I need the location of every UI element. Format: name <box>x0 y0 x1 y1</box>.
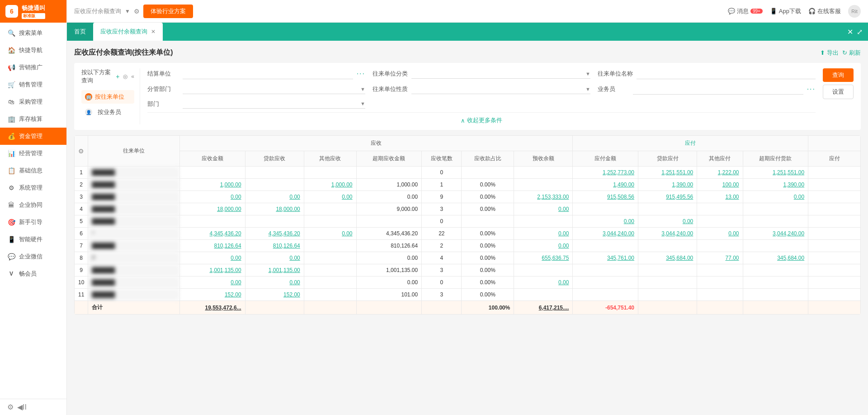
sidebar-item-purchase[interactable]: 🛍 采购管理 <box>0 93 66 110</box>
filter-header: 按以下方案查询 + ◎ « <box>81 68 134 85</box>
purchase-icon: 🛍 <box>7 98 15 106</box>
sidebar-menu: 🔍 搜索菜单 🏠 快捷导航 📢 营销推广 🛒 销售管理 🛍 采购管理 🏢 库存核… <box>0 23 66 399</box>
filter-field-dept-manage: 分管部门 ▼ <box>147 84 365 95</box>
table-row: 3 ██████ 0.00 0.00 0.00 0.00 9 0.00% 2,1… <box>75 191 861 203</box>
ar-loan-header: 贷款应收 <box>245 151 304 167</box>
sidebar-item-marketing[interactable]: 📢 营销推广 <box>0 59 66 76</box>
sidebar-item-operations[interactable]: 📊 经营管理 <box>0 145 66 162</box>
unit-category-arrow-icon: ▼ <box>585 71 590 76</box>
settlement-unit-dots-icon[interactable]: ··· <box>357 70 365 78</box>
settlement-unit-input[interactable] <box>183 68 353 79</box>
ap-extra-header <box>808 136 861 151</box>
filter-settings-button[interactable]: 设置 <box>823 85 854 99</box>
sidebar-item-finance[interactable]: 💰 资金管理 <box>0 128 66 145</box>
ar-ratio-header: 应收款占比 <box>462 151 514 167</box>
sidebar-collapse-button[interactable]: ◀II <box>17 403 27 411</box>
refresh-button[interactable]: ↻ 刷新 <box>842 49 861 57</box>
unit-name-input[interactable] <box>637 68 816 79</box>
dept-select[interactable]: ▼ <box>183 99 365 109</box>
table-row: 6 ^ 4,345,436.20 4,345,436.20 0.00 4,345… <box>75 228 861 240</box>
total-row: 合计 19,553,472,6... 100.00% 6,417,215....… <box>75 301 861 315</box>
table-row: 2 ██████ 1,000.00 1,000.00 1,000.00 1 0.… <box>75 179 861 191</box>
scheme-icon-staff: 👤 <box>85 109 92 116</box>
tab-close-window-icon[interactable]: ✕ <box>847 28 853 36</box>
table-row: 8 P 0.00 0.00 0.00 4 0.00% 655,636.75 34… <box>75 252 861 264</box>
chevron-up-icon: ∧ <box>461 117 465 124</box>
export-button[interactable]: ⬆ 导出 <box>820 49 839 57</box>
scheme-item-by-staff[interactable]: 👤 按业务员 <box>81 105 134 119</box>
smart-hw-icon: 📱 <box>7 235 15 243</box>
sidebar-item-wechat[interactable]: 💬 企业微信 <box>0 248 66 265</box>
operations-icon: 📊 <box>7 149 15 157</box>
inventory-icon: 🏢 <box>7 115 15 123</box>
header: 应收应付余额查询 ▼ ⚙ 体验行业方案 💬 消息 99+ 📱 App下载 🎧 在… <box>67 0 868 23</box>
message-button[interactable]: 💬 消息 99+ <box>728 7 763 15</box>
dept-manage-arrow-icon: ▼ <box>360 86 365 92</box>
sidebar-item-inventory[interactable]: 🏢 库存核算 <box>0 110 66 128</box>
filter-field-unit-nature: 往来单位性质 ▼ <box>373 84 590 95</box>
message-icon: 💬 <box>728 8 735 14</box>
ap-group-header: 应付 <box>573 136 808 151</box>
page-header: 应收应付余额查询(按往来单位) ⬆ 导出 ↻ 刷新 <box>74 48 861 57</box>
scheme-icon-unit: 🏢 <box>85 93 92 100</box>
tab-maximize-icon[interactable]: ⤢ <box>857 28 863 36</box>
finance-icon: 💰 <box>7 132 15 140</box>
unit-category-select[interactable]: ▼ <box>411 69 590 79</box>
filter-add-button[interactable]: + <box>116 73 119 80</box>
tab-bar: 首页 应收应付余额查询 ✕ ✕ ⤢ <box>67 23 868 41</box>
app-download-button[interactable]: 📱 App下载 <box>770 7 801 15</box>
ar-count-header: 应收笔数 <box>422 151 462 167</box>
query-button[interactable]: 查询 <box>823 68 854 82</box>
table-row: 4 ██████ 18,000.00 18,000.00 9,000.00 3 … <box>75 203 861 215</box>
ar-amount-header: 应收金额 <box>179 151 245 167</box>
tab-home[interactable]: 首页 <box>67 23 93 41</box>
search-icon: 🔍 <box>7 29 15 37</box>
tab-close-icon[interactable]: ✕ <box>151 29 156 35</box>
user-menu[interactable]: Rit <box>848 5 861 18</box>
dept-manage-select[interactable]: ▼ <box>183 85 365 94</box>
unit-nature-select[interactable]: ▼ <box>411 85 590 94</box>
ar-overdue-header: 超期应收金额 <box>356 151 422 167</box>
sidebar-item-enterprise[interactable]: 🏛 企业协同 <box>0 196 66 214</box>
header-dropdown-icon[interactable]: ▼ <box>125 8 130 14</box>
table-row: 5 ██████ 0 0.00 0.00 <box>75 215 861 228</box>
tab-ar-ap[interactable]: 应收应付余额查询 ✕ <box>93 23 163 41</box>
page-title: 应收应付余额查询(按往来单位) <box>74 48 173 57</box>
table-row: 10 ██████ 0.00 0.00 0.00 0 0.00% 0.00 <box>75 277 861 289</box>
header-gear-icon[interactable]: ⚙ <box>134 8 140 15</box>
online-service-button[interactable]: 🎧 在线客服 <box>808 7 841 15</box>
ap-other-header: 其他应付 <box>697 151 743 167</box>
filter-btn-col: 查询 设置 <box>816 68 854 124</box>
sidebar-item-smart-hw[interactable]: 📱 智能硬件 <box>0 231 66 248</box>
header-cta-button[interactable]: 体验行业方案 <box>143 5 193 18</box>
sidebar-footer: ⚙ ◀II <box>0 399 66 415</box>
sidebar-item-system[interactable]: ⚙ 系统管理 <box>0 179 66 196</box>
refresh-icon: ↻ <box>842 49 847 56</box>
salesperson-dots-icon[interactable]: ··· <box>807 85 816 93</box>
sidebar-item-guide[interactable]: 🎯 新手引导 <box>0 214 66 231</box>
unit-col-header: 往来单位 <box>88 136 180 167</box>
salesperson-input[interactable] <box>633 84 803 95</box>
table-settings-icon[interactable]: ⚙ <box>78 148 84 155</box>
member-icon: V <box>7 270 15 278</box>
ar-group-header: 应收 <box>179 136 572 151</box>
filter-scheme-settings-icon[interactable]: ◎ <box>123 73 127 80</box>
filter-collapse-icon[interactable]: « <box>131 73 134 80</box>
ar-other-header: 其他应收 <box>304 151 356 167</box>
sidebar-item-sales[interactable]: 🛒 销售管理 <box>0 76 66 93</box>
scheme-item-by-unit[interactable]: 🏢 按往来单位 <box>81 90 134 104</box>
sidebar-item-member[interactable]: V 畅会员 <box>0 265 66 282</box>
sidebar-settings-button[interactable]: ⚙ <box>7 403 14 411</box>
app-icon: 📱 <box>770 8 777 14</box>
service-icon: 🎧 <box>808 8 816 14</box>
table-row: 11 ██████ 152.00 152.00 101.00 3 0.00% <box>75 289 861 301</box>
table-row: 9 ██████ 1,001,135.00 1,001,135.00 1,001… <box>75 264 861 277</box>
header-left: 应收应付余额查询 ▼ ⚙ 体验行业方案 <box>74 5 193 18</box>
sidebar-item-base-info[interactable]: 📋 基础信息 <box>0 162 66 179</box>
filter-field-unit-name: 往来单位名称 <box>598 68 816 79</box>
ap-extra-col-header: 应付 <box>808 151 861 167</box>
sidebar-logo: 6 畅捷通叫 标准版 <box>0 0 66 23</box>
sidebar-item-search[interactable]: 🔍 搜索菜单 <box>0 24 66 42</box>
sidebar-item-quick-nav[interactable]: 🏠 快捷导航 <box>0 42 66 59</box>
filter-more-conditions[interactable]: ∧ 收起更多条件 <box>147 112 816 124</box>
